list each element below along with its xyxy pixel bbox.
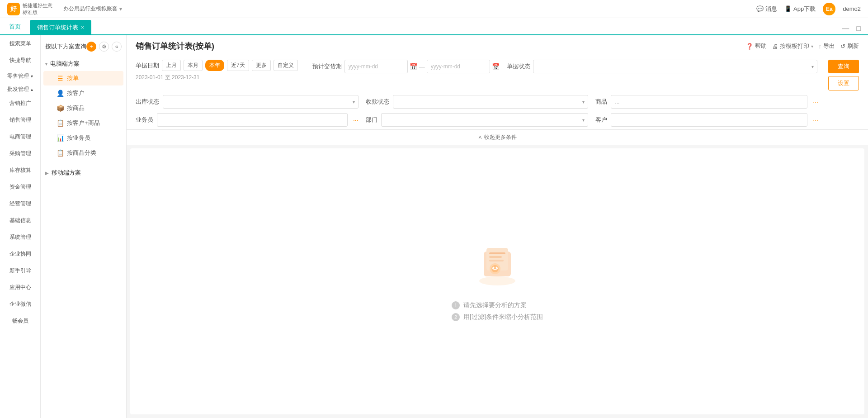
scheme-item-by-order[interactable]: ☰ 按单 bbox=[43, 71, 123, 86]
scheme-panel-actions: + ⚙ « bbox=[86, 42, 122, 52]
pc-scheme-category[interactable]: ▾ 电脑端方案 bbox=[41, 57, 126, 71]
calendar-end-icon[interactable]: 📅 bbox=[492, 63, 500, 70]
collapse-bar[interactable]: ∧ 收起更多条件 bbox=[127, 129, 868, 145]
filter-row-1: 单据日期 上月 本月 本年 近7天 更多 自定义 2023-01-01 至 20… bbox=[136, 60, 859, 90]
filter-row-3: 业务员 ··· 部门 ▾ 客户 ··· bbox=[136, 113, 859, 127]
hint-text-2: 用[过滤]条件来缩小分析范围 bbox=[463, 313, 543, 321]
report-actions: ❓ 帮助 🖨 按模板打印 ▾ ↑ 导出 ↺ bbox=[746, 42, 859, 50]
mobile-scheme-category[interactable]: ▶ 移动端方案 bbox=[41, 166, 126, 180]
expected-date-label: 预计交货期 bbox=[312, 62, 342, 71]
scheme-item-by-customer[interactable]: 👤 按客户 bbox=[43, 86, 123, 100]
breadcrumb: 办公用品行业模拟账套 ▾ bbox=[63, 5, 122, 13]
maximize-icon[interactable]: □ bbox=[854, 23, 863, 34]
sidebar-item-marketing[interactable]: 营销推广 bbox=[0, 95, 40, 112]
scheme-item-by-goods[interactable]: 📦 按商品 bbox=[43, 101, 123, 115]
sidebar-item-management[interactable]: 经营管理 bbox=[0, 195, 40, 212]
refresh-button[interactable]: ↺ 刷新 bbox=[840, 42, 859, 50]
scheme-item-by-category[interactable]: 📋 按商品分类 bbox=[43, 146, 123, 160]
customer-input[interactable] bbox=[611, 113, 807, 127]
print-icon: 🖨 bbox=[772, 43, 778, 50]
salesperson-more-icon[interactable]: ··· bbox=[353, 116, 359, 124]
sidebar-item-appstore[interactable]: 应用中心 bbox=[0, 279, 40, 296]
content-area: 按以下方案查询 + ⚙ « ▾ 电脑端方案 ☰ 按单 👤 按客户 bbox=[41, 35, 868, 418]
payment-status-cell: 收款状态 ▾ bbox=[366, 95, 589, 109]
status-select[interactable] bbox=[533, 60, 817, 73]
empty-hint-1: 1 请先选择要分析的方案 bbox=[452, 301, 543, 309]
breadcrumb-arrow-icon[interactable]: ▾ bbox=[119, 6, 122, 12]
sidebar-item-member[interactable]: 畅会员 bbox=[0, 313, 40, 329]
department-select[interactable] bbox=[381, 113, 589, 127]
svg-rect-5 bbox=[489, 260, 504, 261]
collapse-scheme-button[interactable]: « bbox=[112, 42, 122, 52]
expected-date-start-input[interactable] bbox=[344, 60, 408, 73]
username-label[interactable]: demo2 bbox=[843, 5, 861, 12]
hint-num-2: 2 bbox=[452, 313, 460, 321]
scheme-item-by-salesperson[interactable]: 📊 按业务员 bbox=[43, 131, 123, 145]
sidebar-item-retail[interactable]: 零售管理 bbox=[0, 69, 40, 82]
app-download-button[interactable]: 📱 App下载 bbox=[784, 5, 816, 13]
sidebar-item-basic-info[interactable]: 基础信息 bbox=[0, 212, 40, 229]
date-input-group: 📅 — 📅 bbox=[344, 60, 500, 73]
sidebar-item-inventory[interactable]: 库存核算 bbox=[0, 162, 40, 179]
sidebar-item-purchase[interactable]: 采购管理 bbox=[0, 145, 40, 162]
filter-row-2: 出库状态 ▾ 收款状态 ▾ 商品 bbox=[136, 95, 859, 109]
salesperson-input[interactable] bbox=[157, 113, 348, 127]
svg-point-8 bbox=[493, 267, 495, 268]
export-button[interactable]: ↑ 导出 bbox=[819, 42, 835, 50]
date-btn-this-month[interactable]: 本月 bbox=[184, 60, 203, 71]
goods-label: 商品 bbox=[595, 98, 607, 106]
empty-hint-container: 1 请先选择要分析的方案 2 用[过滤]条件来缩小分析范围 bbox=[452, 301, 543, 325]
sidebar-item-search-menu[interactable]: 搜索菜单 bbox=[0, 35, 40, 52]
sidebar-item-finance[interactable]: 资金管理 bbox=[0, 179, 40, 195]
payment-status-select[interactable] bbox=[393, 95, 589, 109]
svg-rect-4 bbox=[489, 256, 502, 258]
date-btn-this-year[interactable]: 本年 bbox=[205, 60, 224, 71]
help-button[interactable]: ❓ 帮助 bbox=[746, 42, 767, 50]
delivery-status-select[interactable] bbox=[163, 95, 359, 109]
tab-close-icon[interactable]: × bbox=[81, 24, 84, 31]
date-btn-custom[interactable]: 自定义 bbox=[274, 60, 298, 71]
settings-scheme-button[interactable]: ⚙ bbox=[99, 42, 109, 52]
goods-input[interactable] bbox=[611, 95, 807, 109]
svg-point-0 bbox=[479, 276, 515, 285]
sidebar-item-wholesale[interactable]: 批发管理 bbox=[0, 82, 40, 95]
sidebar-item-newuser[interactable]: 新手引导 bbox=[0, 262, 40, 279]
sidebar-item-system[interactable]: 系统管理 bbox=[0, 229, 40, 246]
tab-active[interactable]: 销售订单统计表 × bbox=[30, 20, 91, 35]
date-btn-last-month[interactable]: 上月 bbox=[162, 60, 181, 71]
scheme-item-by-customer-goods[interactable]: 📋 按客户+商品 bbox=[43, 116, 123, 130]
goods-scheme-icon: 📦 bbox=[56, 104, 64, 112]
export-icon: ↑ bbox=[819, 43, 822, 50]
message-icon: 💬 bbox=[756, 5, 764, 12]
expected-date-end-input[interactable] bbox=[427, 60, 490, 73]
sidebar-item-enterprise[interactable]: 企业协同 bbox=[0, 246, 40, 262]
logo-area: 好 畅捷通好生意 标准版 bbox=[7, 2, 52, 15]
empty-state: 1 请先选择要分析的方案 2 用[过滤]条件来缩小分析范围 bbox=[130, 148, 864, 414]
sidebar-item-quick-nav[interactable]: 快捷导航 bbox=[0, 52, 40, 69]
minimize-icon[interactable]: — bbox=[840, 23, 851, 34]
filter-section: 单据日期 上月 本月 本年 近7天 更多 自定义 2023-01-01 至 20… bbox=[127, 55, 868, 129]
add-scheme-button[interactable]: + bbox=[86, 42, 96, 52]
top-bar-right: 💬 消息 📱 App下载 Ea demo2 bbox=[756, 3, 861, 15]
template-print-button[interactable]: 🖨 按模板打印 ▾ bbox=[772, 42, 813, 50]
order-scheme-icon: ☰ bbox=[56, 74, 64, 82]
status-select-wrapper: ▾ bbox=[533, 60, 817, 73]
sidebar-item-sales[interactable]: 销售管理 bbox=[0, 112, 40, 128]
goods-more-icon[interactable]: ··· bbox=[813, 98, 818, 105]
empty-state-illustration bbox=[470, 238, 524, 292]
message-button[interactable]: 💬 消息 bbox=[756, 5, 777, 13]
date-label: 单据日期 bbox=[136, 62, 159, 70]
customer-more-icon[interactable]: ··· bbox=[813, 116, 818, 124]
mobile-icon: 📱 bbox=[784, 5, 792, 12]
tab-home[interactable]: 首页 bbox=[0, 19, 30, 35]
date-btn-7days[interactable]: 近7天 bbox=[227, 60, 249, 71]
calendar-start-icon[interactable]: 📅 bbox=[410, 63, 417, 70]
report-title-row: 销售订单统计表(按单) ❓ 帮助 🖨 按模板打印 ▾ ↑ bbox=[136, 41, 859, 52]
settings-button[interactable]: 设置 bbox=[828, 76, 859, 90]
query-button[interactable]: 查询 bbox=[828, 60, 859, 73]
sidebar-item-wechat[interactable]: 企业微信 bbox=[0, 296, 40, 313]
date-btn-more[interactable]: 更多 bbox=[252, 60, 271, 71]
sidebar-item-ecommerce[interactable]: 电商管理 bbox=[0, 128, 40, 145]
date-filter-group: 单据日期 上月 本月 本年 近7天 更多 自定义 2023-01-01 至 20… bbox=[136, 60, 298, 81]
avatar[interactable]: Ea bbox=[823, 3, 835, 15]
